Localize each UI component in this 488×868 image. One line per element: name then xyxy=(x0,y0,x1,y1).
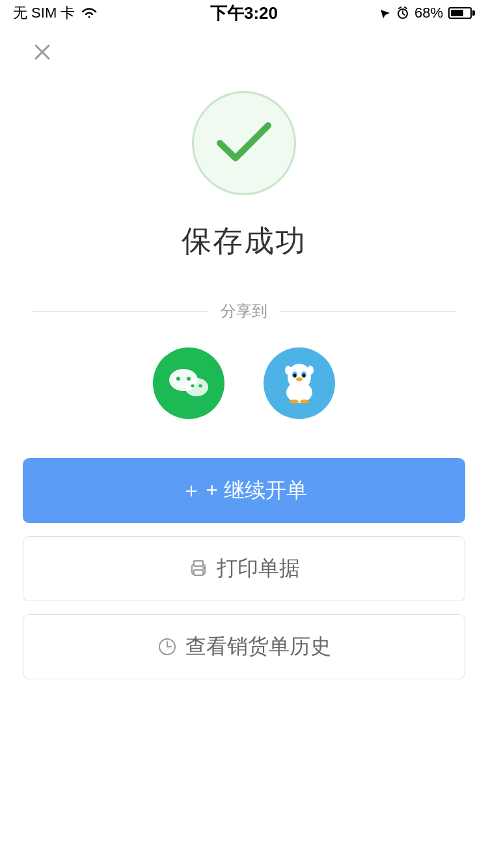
success-title: 保存成功 xyxy=(182,221,306,262)
history-button[interactable]: 查看销货单历史 xyxy=(23,614,465,679)
svg-line-2 xyxy=(403,14,405,15)
print-button[interactable]: 打印单据 xyxy=(23,536,465,601)
svg-point-16 xyxy=(293,373,297,377)
svg-point-28 xyxy=(202,567,205,569)
divider-line-left xyxy=(33,311,208,312)
continue-label: + 继续开单 xyxy=(206,476,307,505)
battery-icon xyxy=(448,7,475,19)
main-content: 保存成功 分享到 xyxy=(0,26,488,679)
qq-icon xyxy=(280,362,319,405)
svg-point-23 xyxy=(285,366,291,375)
share-label: 分享到 xyxy=(208,301,280,321)
svg-point-18 xyxy=(296,377,303,381)
status-left: 无 SIM 卡 xyxy=(13,3,98,23)
svg-point-21 xyxy=(290,400,299,403)
svg-point-24 xyxy=(307,366,314,375)
share-icons xyxy=(153,347,335,419)
status-bar: 无 SIM 卡 下午3:20 68% xyxy=(0,0,488,26)
checkmark-icon xyxy=(215,120,273,166)
location-icon xyxy=(379,7,391,20)
success-icon-circle xyxy=(192,91,296,195)
battery-percent: 68% xyxy=(414,5,443,21)
divider-line-right xyxy=(280,311,455,312)
continue-plus-icon: ＋ xyxy=(181,476,202,505)
wechat-icon xyxy=(168,366,210,401)
share-qq-button[interactable] xyxy=(264,347,335,419)
svg-line-3 xyxy=(399,7,401,8)
svg-rect-27 xyxy=(194,570,203,575)
svg-point-11 xyxy=(191,384,194,387)
action-buttons: ＋ + 继续开单 打印单据 查看销货单历史 xyxy=(23,458,465,679)
svg-point-12 xyxy=(198,384,202,387)
svg-point-17 xyxy=(303,373,306,377)
svg-rect-26 xyxy=(194,561,203,566)
svg-point-8 xyxy=(185,378,208,396)
wifi-icon xyxy=(80,7,98,20)
svg-point-9 xyxy=(176,377,180,381)
continue-button[interactable]: ＋ + 继续开单 xyxy=(23,458,465,523)
svg-point-10 xyxy=(187,377,191,381)
status-time: 下午3:20 xyxy=(210,2,278,25)
no-sim-text: 无 SIM 卡 xyxy=(13,3,75,23)
close-button[interactable] xyxy=(26,36,59,68)
print-label: 打印单据 xyxy=(217,554,300,583)
share-divider: 分享到 xyxy=(0,301,488,321)
history-icon xyxy=(157,636,178,657)
svg-point-20 xyxy=(291,386,308,400)
printer-icon xyxy=(188,558,209,579)
status-right: 68% xyxy=(379,5,475,21)
alarm-icon xyxy=(396,7,409,20)
svg-line-4 xyxy=(405,7,407,8)
share-wechat-button[interactable] xyxy=(153,347,224,419)
history-label: 查看销货单历史 xyxy=(185,632,331,661)
svg-point-22 xyxy=(300,400,309,403)
